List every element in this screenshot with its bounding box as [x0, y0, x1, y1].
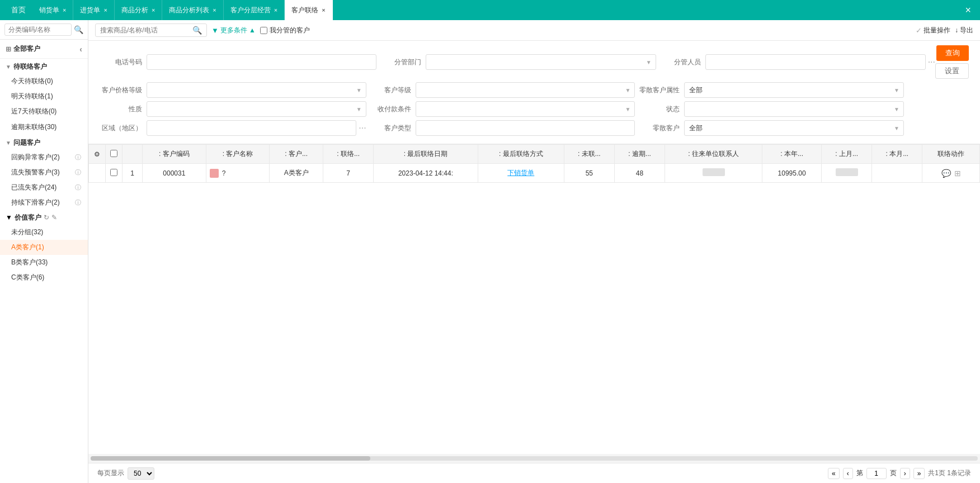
prev-page-btn[interactable]: ‹: [843, 468, 853, 479]
td-check[interactable]: [106, 164, 123, 183]
person-label: 分管人员: [656, 58, 701, 67]
close-purchase-tab[interactable]: ×: [103, 7, 107, 13]
filter-cell-retail-customer: 零散客户 全部 ▼: [635, 120, 904, 136]
th-code[interactable]: : 客户编码: [143, 145, 206, 164]
edit-icon[interactable]: ✎: [51, 214, 57, 221]
close-analysis-tab[interactable]: ×: [152, 7, 155, 13]
my-customers-checkbox[interactable]: [260, 27, 267, 34]
row-checkbox[interactable]: [110, 169, 117, 176]
region-input[interactable]: [147, 120, 356, 136]
page-label-end: 页: [890, 468, 897, 478]
filter-btn-group: 查询 设置: [935, 45, 971, 79]
h-scrollbar[interactable]: [88, 454, 980, 463]
filter-row-1: 电话号码 分管部门 ▼ 分管人员 ··· 查询 设置: [97, 45, 971, 79]
sidebar-item-b-class[interactable]: B类客户(33): [0, 255, 88, 270]
nav-tab-sales[interactable]: 销货单 ×: [32, 0, 73, 20]
th-overdue[interactable]: : 逾期...: [614, 145, 665, 164]
sidebar-item-overdue[interactable]: 逾期未联络(30): [0, 120, 88, 135]
filter-cell-dept: 分管部门 ▼: [376, 54, 656, 70]
th-contact[interactable]: : 联络...: [323, 145, 374, 164]
filter-search-icon[interactable]: 🔍: [192, 26, 202, 35]
sidebar-item-ungrouped[interactable]: 未分组(32): [0, 225, 88, 240]
th-last-method[interactable]: : 最后联络方式: [478, 145, 564, 164]
sidebar-item-churned[interactable]: 已流失客户(24) ⓘ: [0, 180, 88, 195]
sidebar-item-repurchase-anomaly[interactable]: 回购异常客户(2) ⓘ: [0, 150, 88, 165]
sidebar-item-churn-warning[interactable]: 流失预警客户(3) ⓘ: [0, 165, 88, 180]
sidebar-group-pending[interactable]: ▼ 待联络客户: [0, 59, 88, 74]
setting-btn[interactable]: 设置: [935, 63, 969, 79]
last-page-btn[interactable]: »: [913, 468, 925, 479]
filter-search-input[interactable]: [100, 26, 192, 34]
th-not-contact[interactable]: : 未联...: [564, 145, 614, 164]
th-last-date[interactable]: : 最后联络日期: [374, 145, 478, 164]
th-this-month[interactable]: : 本月...: [872, 145, 922, 164]
sidebar-search-icon[interactable]: 🔍: [74, 25, 83, 34]
retail-customer-select[interactable]: 全部: [684, 120, 904, 136]
sidebar-item-c-class[interactable]: C类客户(6): [0, 270, 88, 285]
filter-more-btn[interactable]: ▼ 更多条件 ▲: [211, 26, 256, 35]
sidebar-item-today[interactable]: 今天待联络(0): [0, 74, 88, 89]
pagination-right: « ‹ 第 页 › » 共1页 1条记录: [828, 468, 971, 479]
sidebar-item-7days[interactable]: 近7天待联络(0): [0, 104, 88, 119]
nature-select[interactable]: [147, 101, 366, 117]
region-dots-icon[interactable]: ···: [359, 123, 366, 133]
phone-input[interactable]: [147, 54, 376, 70]
customer-grade-select[interactable]: [416, 82, 635, 98]
sidebar-item-declining[interactable]: 持续下滑客户(2) ⓘ: [0, 195, 88, 210]
th-type[interactable]: : 客户...: [270, 145, 323, 164]
price-grade-select[interactable]: [147, 82, 366, 98]
select-all-checkbox[interactable]: [110, 150, 117, 157]
td-this-year: 10995.00: [762, 164, 822, 183]
sidebar-item-tomorrow[interactable]: 明天待联络(1): [0, 89, 88, 104]
last-method-link[interactable]: 下销货单: [507, 169, 534, 177]
batch-op-btn[interactable]: ✓ 批量操作: [916, 26, 950, 35]
td-last-month: [822, 164, 872, 183]
window-close-icon[interactable]: ×: [960, 4, 976, 16]
th-last-month[interactable]: : 上月...: [822, 145, 872, 164]
adv-filter: 电话号码 分管部门 ▼ 分管人员 ··· 查询 设置: [88, 41, 980, 144]
retail-attr-label: 零散客户属性: [635, 86, 680, 95]
close-customer-contact-tab[interactable]: ×: [322, 7, 325, 13]
export-btn[interactable]: ↓ 导出: [955, 26, 973, 35]
retail-attr-select[interactable]: 全部: [684, 82, 904, 98]
per-page-select[interactable]: 50: [128, 467, 154, 480]
h-scroll-thumb[interactable]: [91, 456, 370, 461]
th-contact-person[interactable]: : 往来单位联系人: [665, 145, 762, 164]
close-analysis-list-tab[interactable]: ×: [213, 7, 216, 13]
customer-type-input[interactable]: [416, 120, 635, 136]
next-page-btn[interactable]: ›: [900, 468, 910, 479]
th-gear[interactable]: ⚙: [89, 145, 106, 164]
nav-tab-customer-contact[interactable]: 客户联络 ×: [285, 0, 332, 20]
sidebar-collapse-icon[interactable]: ‹: [79, 45, 82, 54]
nav-tab-purchase[interactable]: 进货单 ×: [73, 0, 114, 20]
close-sales-tab[interactable]: ×: [63, 7, 66, 13]
payment-select[interactable]: [416, 101, 635, 117]
person-input[interactable]: [705, 54, 926, 70]
th-name[interactable]: : 客户名称: [206, 145, 270, 164]
th-check[interactable]: [106, 145, 123, 164]
nav-home[interactable]: 首页: [4, 0, 32, 20]
nav-tab-customer-layer[interactable]: 客户分层经营 ×: [224, 0, 285, 20]
sidebar-group-problem[interactable]: ▼ 问题客户: [0, 135, 88, 150]
person-dots-icon[interactable]: ···: [928, 57, 935, 67]
filter-row-2: 客户价格等级 ▼ 客户等级 ▼ 零散客户属性 全部: [97, 82, 971, 98]
name-text: ?: [222, 169, 226, 177]
th-this-year[interactable]: : 本年...: [762, 145, 822, 164]
query-btn[interactable]: 查询: [936, 45, 969, 61]
action-chat-icon[interactable]: 💬: [941, 169, 951, 178]
first-page-btn[interactable]: «: [828, 468, 840, 479]
my-customers-checkbox-wrap[interactable]: 我分管的客户: [260, 26, 310, 35]
sidebar-item-a-class[interactable]: A类客户(1): [0, 240, 88, 255]
nav-tab-analysis-list[interactable]: 商品分析列表 ×: [162, 0, 223, 20]
refresh-icon[interactable]: ↻: [44, 214, 49, 221]
filter-cell-status: 状态 ▼: [635, 101, 904, 117]
td-last-method[interactable]: 下销货单: [478, 164, 564, 183]
status-select[interactable]: [684, 101, 904, 117]
td-type: A类客户: [270, 164, 323, 183]
dept-select[interactable]: [426, 54, 656, 70]
close-customer-layer-tab[interactable]: ×: [274, 7, 277, 13]
nav-tab-analysis[interactable]: 商品分析 ×: [115, 0, 162, 20]
sidebar-search-input[interactable]: [4, 23, 72, 36]
page-input[interactable]: [866, 468, 887, 479]
action-qr-icon[interactable]: ⊞: [954, 169, 961, 178]
